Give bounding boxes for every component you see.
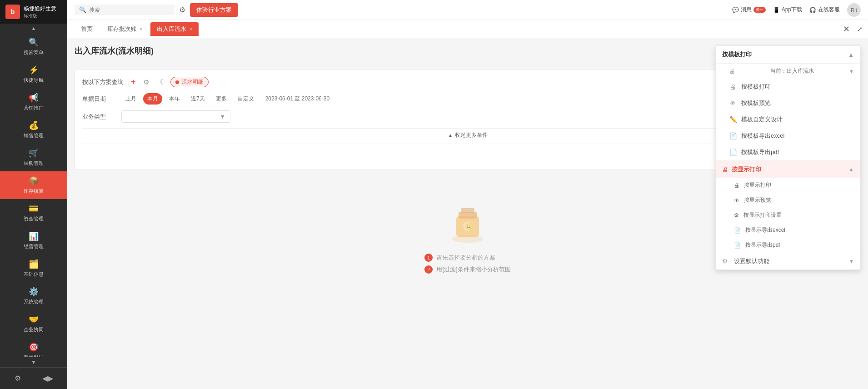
topbar-right-area: 💬 消息 99+ 📱 App下载 🎧 在线客服 Rit: [732, 3, 861, 17]
display-print-header-icon: 🖨: [722, 166, 728, 173]
display-section-header[interactable]: 🖨 按显示打印 ▲: [716, 161, 860, 178]
sidebar-item-operation[interactable]: 📊 经营管理: [0, 227, 67, 254]
message-button[interactable]: 💬 消息 99+: [732, 6, 766, 14]
display-preview-icon: 👁: [734, 197, 739, 204]
main-area: 🔍 ⚙ 体验行业方案 💬 消息 99+ 📱 App下载 🎧 在线客服 Rit: [67, 0, 868, 389]
display-print-icon: 🖨: [734, 182, 739, 189]
display-settings-icon: ⚙: [734, 212, 739, 219]
tabs-bar: 首页 库存批次账 × 出入库流水 × ✕ ⤢: [67, 20, 868, 38]
topbar-search-box[interactable]: 🔍: [75, 5, 175, 15]
display-section-arrow: ▲: [848, 166, 854, 173]
settings-bottom-icon[interactable]: ⚙: [13, 372, 23, 384]
dropdown-header: 按模板打印 ▲: [716, 46, 860, 64]
dropdown-item-template-customize[interactable]: ✏️ 模板自定义设计: [716, 111, 860, 128]
customer-service-button[interactable]: 🎧 在线客服: [809, 6, 840, 14]
empty-steps: 1 请先选择要分析的方案 2 用[过滤]条件来缩小分析范围: [424, 254, 510, 277]
empty-illustration: 😐: [445, 203, 490, 248]
folder-icon: 🗂️: [29, 259, 39, 269]
megaphone-icon: 📢: [29, 93, 39, 103]
dropdown-item-display-excel[interactable]: 📄 按显示导出excel: [716, 223, 860, 238]
dropdown-item-display-preview[interactable]: 👁 按显示预览: [716, 193, 860, 208]
sidebar-item-system[interactable]: ⚙️ 系统管理: [0, 282, 67, 310]
cart-icon: 🛒: [29, 148, 39, 158]
sidebar-bottom: ⚙ ◀▶: [0, 367, 67, 389]
tab-batch-close[interactable]: ×: [140, 26, 142, 32]
date-pill-this-month[interactable]: 本月: [143, 93, 162, 105]
user-avatar[interactable]: Rit: [847, 3, 861, 17]
dropdown-item-template-preview[interactable]: 👁 按模板预览: [716, 95, 860, 111]
sidebar-item-inventory[interactable]: 📦 库存核算: [0, 171, 67, 199]
app-logo-text: 畅捷通好生意 标准版: [24, 5, 56, 19]
tab-batch[interactable]: 库存批次账 ×: [101, 22, 149, 36]
tabs-close-all-button[interactable]: ✕: [843, 24, 850, 34]
date-range-display: 2023-06-01 至 2023-06-30: [265, 95, 329, 103]
excel-icon: 📄: [729, 132, 737, 140]
date-pill-this-year[interactable]: 本年: [165, 93, 184, 105]
scroll-down-indicator[interactable]: ▼: [0, 357, 67, 367]
tabs-expand-button[interactable]: ⤢: [857, 25, 863, 33]
search-icon: 🔍: [29, 37, 39, 47]
headset-icon: 🎧: [809, 7, 816, 13]
topbar: 🔍 ⚙ 体验行业方案 💬 消息 99+ 📱 App下载 🎧 在线客服 Rit: [67, 0, 868, 20]
sidebar-item-shortcut[interactable]: ⚡ 快捷导航: [0, 60, 67, 88]
print-dropdown-panel: 按模板打印 ▲ 🖨 当前：出入库流水 ▼ 🖨 按模板打印 👁 按模板预览: [715, 45, 861, 270]
filter-add-button[interactable]: +: [131, 77, 136, 87]
filter-collapse-icon[interactable]: 《: [156, 78, 163, 86]
trial-industry-button[interactable]: 体验行业方案: [190, 3, 238, 17]
lightning-icon: ⚡: [29, 65, 39, 75]
dropdown-item-template-pdf[interactable]: 📄 按模板导出pdf: [716, 144, 860, 160]
date-filter-label: 单据日期: [82, 95, 114, 103]
dropdown-footer-defaults[interactable]: ⚙ 设置默认功能 ▼: [716, 253, 860, 269]
app-download-button[interactable]: 📱 App下载: [773, 6, 802, 14]
sidebar-item-sales[interactable]: 💰 销售管理: [0, 116, 67, 144]
tab-flow[interactable]: 出入库流水 ×: [150, 22, 198, 36]
business-type-select[interactable]: ▼: [121, 110, 230, 123]
date-pill-custom[interactable]: 自定义: [234, 93, 258, 105]
dropdown-item-display-print[interactable]: 🖨 按显示打印: [716, 178, 860, 193]
current-template-arrow[interactable]: ▼: [849, 69, 854, 74]
sidebar-item-coop[interactable]: 🤝 企业协同: [0, 310, 67, 338]
tab-flow-close[interactable]: ×: [189, 26, 192, 32]
dropdown-title: 按模板打印: [722, 50, 752, 59]
filter-scheme-label: 按以下方案查询: [82, 78, 124, 86]
svg-text:😐: 😐: [465, 223, 473, 230]
eye-icon: 👁: [729, 100, 737, 107]
money-icon: 💰: [29, 120, 39, 130]
download-icon: 📱: [773, 7, 780, 13]
target-icon: 🎯: [29, 342, 39, 352]
sidebar-item-search[interactable]: 🔍 搜索菜单: [0, 33, 67, 60]
card-icon: 💳: [29, 204, 39, 214]
defaults-icon: ⚙: [722, 258, 729, 265]
sidebar-item-purchase[interactable]: 🛒 采购管理: [0, 144, 67, 171]
pencil-icon: ✏️: [729, 116, 737, 123]
footer-arrow: ▼: [849, 259, 854, 264]
message-icon: 💬: [732, 7, 739, 13]
box-icon: 📦: [29, 176, 39, 186]
print-icon: 🖨: [729, 83, 737, 90]
sidebar: b 畅捷通好生意 标准版 ▲ 🔍 搜索菜单 ⚡ 快捷导航 📢 营销推广 💰 销售…: [0, 0, 67, 389]
sidebar-scroll-up: ▲: [0, 24, 67, 33]
svg-rect-3: [461, 208, 474, 213]
tab-home[interactable]: 首页: [75, 22, 99, 36]
sidebar-item-guide[interactable]: 🎯 新手引导: [0, 338, 67, 357]
dropdown-item-display-pdf[interactable]: 📄 按显示导出pdf: [716, 238, 860, 253]
collapse-sidebar-btn[interactable]: ◀▶: [40, 372, 55, 384]
display-excel-icon: 📄: [734, 227, 741, 234]
date-pill-last-month[interactable]: 上月: [121, 93, 140, 105]
topbar-settings-icon[interactable]: ⚙: [179, 5, 185, 14]
dropdown-item-template-excel[interactable]: 📄 按模板导出excel: [716, 128, 860, 144]
chart-icon: 📊: [29, 231, 39, 241]
current-template-label: 当前：出入库流水: [770, 67, 814, 75]
date-pill-7days[interactable]: 近7天: [187, 93, 209, 105]
search-input[interactable]: [89, 7, 170, 13]
date-pill-more[interactable]: 更多: [212, 93, 231, 105]
filter-scheme-settings-icon[interactable]: ⚙: [143, 78, 149, 86]
dropdown-item-template-print[interactable]: 🖨 按模板打印: [716, 79, 860, 95]
dropdown-collapse-arrow[interactable]: ▲: [848, 51, 854, 58]
sidebar-item-finance[interactable]: 💳 资金管理: [0, 199, 67, 227]
gear-icon: ⚙️: [29, 287, 39, 297]
sidebar-item-marketing[interactable]: 📢 营销推广: [0, 88, 67, 116]
dropdown-item-display-settings[interactable]: ⚙ 按显示打印设置: [716, 208, 860, 223]
app-logo-icon: b: [5, 5, 20, 19]
sidebar-item-basic[interactable]: 🗂️ 基础信息: [0, 254, 67, 282]
